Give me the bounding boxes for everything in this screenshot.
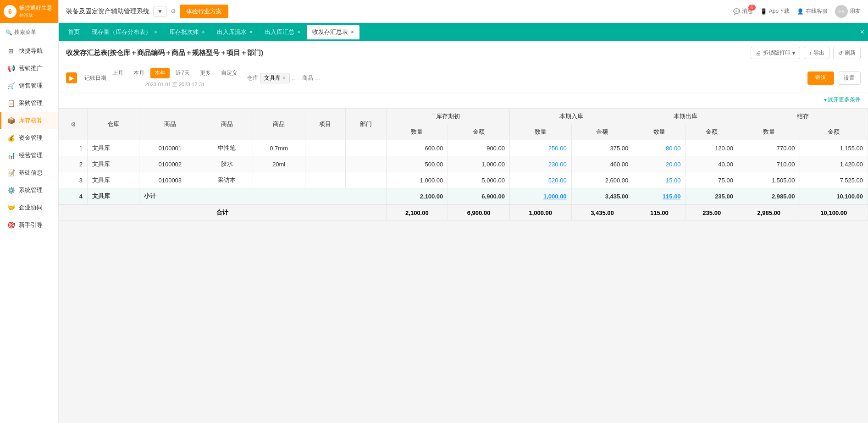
row2-close-qty: 710.00 — [738, 156, 800, 172]
row2-out-qty[interactable]: 20.00 — [633, 156, 686, 172]
filter-row2: ▾ 展开更多条件 — [59, 93, 868, 108]
sidebar-item-label: 营销推广 — [19, 64, 43, 72]
row1-open-amt: 900.00 — [448, 140, 510, 156]
col-in-header: 本期入库 — [509, 109, 633, 125]
sidebar-item-system[interactable]: ⚙️ 系统管理 — [0, 181, 58, 199]
sidebar-item-finance[interactable]: 💰 资金管理 — [0, 129, 58, 147]
row1-in-qty[interactable]: 250.00 — [509, 140, 571, 156]
tab-stock-dist[interactable]: 现存量（库存分布表） × — [86, 25, 163, 39]
tab-recv-send-close[interactable]: × — [351, 29, 354, 35]
newbie-icon: 🎯 — [7, 221, 15, 229]
page: 收发存汇总表(按仓库＋商品编码＋商品＋规格型号＋项目＋部门) 🖨 拆锁版打印 ▾… — [59, 41, 868, 221]
tab-batch-close[interactable]: × — [202, 29, 205, 35]
row2-out-amt: 40.00 — [686, 156, 738, 172]
date-filter-group: 记账日期 上月 本月 本年 近7天 更多 自定义 2023-01-01 至 20… — [84, 68, 242, 88]
col-closing-header: 结存 — [738, 109, 868, 125]
tab-recv-send[interactable]: 收发存汇总表 × — [307, 25, 359, 39]
sidebar-item-purchase[interactable]: 📋 采购管理 — [0, 94, 58, 112]
page-title: 收发存汇总表(按仓库＋商品编码＋商品＋规格型号＋项目＋部门) — [66, 49, 263, 57]
row1-goods-spec: 0.7mm — [253, 140, 305, 156]
goods-ellipsis[interactable]: ... — [315, 74, 321, 82]
trial-button[interactable]: 体验行业方案 — [180, 5, 228, 18]
search-icon: 🔍 — [6, 29, 12, 36]
sidebar-item-basic[interactable]: 📝 基础信息 — [0, 164, 58, 181]
sidebar-item-marketing[interactable]: 📢 营销推广 — [0, 60, 58, 77]
more-date-btn[interactable]: 更多 — [196, 68, 215, 78]
tab-stock-dist-close[interactable]: × — [154, 29, 157, 35]
total-in-qty: 1,000.00 — [509, 204, 571, 221]
row3-goods-name: 采访本 — [201, 172, 253, 188]
sidebar-item-inventory[interactable]: 📦 库存核算 — [0, 112, 58, 129]
sidebar-item-sales[interactable]: 🛒 销售管理 — [0, 77, 58, 94]
tab-in-out-flow[interactable]: 出入库流水 × — [211, 25, 258, 39]
warehouse-ellipsis[interactable]: ... — [292, 74, 297, 82]
tab-batch[interactable]: 库存批次账 × — [164, 25, 210, 39]
total-in-amt: 3,435.00 — [571, 204, 633, 221]
sidebar-item-label: 销售管理 — [19, 82, 43, 90]
tab-in-out-flow-close[interactable]: × — [249, 29, 253, 35]
date-filters: 上月 本月 本年 近7天 更多 自定义 2023-01-01 至 2023-12… — [108, 68, 242, 88]
sidebar-item-newbie[interactable]: 🎯 新手引导 — [0, 216, 58, 234]
service-icon: 👤 — [797, 8, 804, 15]
logo-icon: 6 — [4, 5, 17, 18]
row3-in-qty[interactable]: 520.00 — [509, 172, 571, 188]
row1-out-qty[interactable]: 80.00 — [633, 140, 686, 156]
custom-date-btn[interactable]: 自定义 — [217, 68, 242, 78]
row1-goods-name: 中性笔 — [201, 140, 253, 156]
subtotal-label: 小计 — [139, 188, 386, 205]
system-dropdown-label: ▼ — [157, 8, 163, 15]
sidebar-item-label: 库存核算 — [19, 116, 43, 125]
search-menu-button[interactable]: 🔍 搜索菜单 — [4, 27, 55, 38]
operation-icon: 📊 — [7, 152, 15, 159]
row2-project — [305, 156, 345, 172]
export-button[interactable]: ↑ 导出 — [804, 47, 829, 59]
print-button[interactable]: 🖨 拆锁版打印 ▾ — [751, 47, 800, 59]
refresh-icon: ↺ — [838, 50, 843, 56]
row1-goods-code: 0100001 — [139, 140, 201, 156]
sidebar-item-enterprise[interactable]: 🤝 企业协同 — [0, 199, 58, 216]
subtotal-out-qty[interactable]: 115.00 — [633, 188, 686, 205]
expand-more-button[interactable]: ▾ 展开更多条件 — [824, 96, 861, 104]
avatar: Ea — [835, 5, 848, 18]
notification-item[interactable]: 💬 消息 6 — [733, 7, 753, 15]
last-7-btn[interactable]: 近7天 — [171, 68, 194, 78]
row2-no: 2 — [59, 156, 88, 172]
tab-in-out-summary-close[interactable]: × — [297, 29, 300, 35]
sidebar-nav: ⊞ 快捷导航 📢 营销推广 🛒 销售管理 📋 采购管理 📦 库存核算 💰 资金管… — [0, 42, 58, 423]
query-button[interactable]: 查询 — [807, 71, 834, 85]
col-settings-header[interactable]: ⚙ — [59, 109, 88, 140]
prev-month-btn[interactable]: 上月 — [108, 68, 127, 78]
sidebar-logo: 6 畅捷通好生意 标准版 — [0, 0, 58, 23]
settings-gear-icon[interactable]: ⚙ — [171, 8, 176, 15]
tab-home[interactable]: 首页 — [62, 25, 85, 39]
refresh-button[interactable]: ↺ 刷新 — [833, 47, 861, 59]
row1-project — [305, 140, 345, 156]
col-warehouse-header: 仓库 — [88, 109, 139, 140]
online-service-item[interactable]: 👤 在线客服 — [797, 7, 828, 15]
this-month-btn[interactable]: 本月 — [129, 68, 149, 78]
row3-out-qty[interactable]: 15.00 — [633, 172, 686, 188]
goods-filter-group: 商品 ... — [302, 74, 321, 82]
system-dropdown[interactable]: ▼ — [153, 6, 167, 17]
warehouse-tag-close[interactable]: × — [282, 75, 286, 81]
app-download-item[interactable]: 📱 App下载 — [760, 7, 790, 15]
setting-button[interactable]: 设置 — [838, 71, 861, 85]
closing-amt-header: 金额 — [800, 124, 868, 140]
expand-more-icon: ▾ — [824, 97, 827, 103]
table-row: 2 文具库 0100002 胶水 20ml 500.00 1,000.00 23… — [59, 156, 868, 172]
filter-expand-button[interactable]: ▶ — [66, 72, 77, 83]
total-row: 合计 2,100.00 6,900.00 1,000.00 3,435.00 1… — [59, 204, 868, 221]
row2-in-qty[interactable]: 230.00 — [509, 156, 571, 172]
close-all-tabs-button[interactable]: × — [860, 28, 864, 36]
this-year-btn[interactable]: 本年 — [150, 68, 170, 78]
sidebar-item-quick-nav[interactable]: ⊞ 快捷导航 — [0, 42, 58, 60]
sidebar-item-operation[interactable]: 📊 经营管理 — [0, 147, 58, 164]
logo-text: 畅捷通好生意 — [19, 5, 52, 12]
row3-out-amt: 75.00 — [686, 172, 738, 188]
tab-in-out-summary[interactable]: 出入库汇总 × — [259, 25, 306, 39]
filter-bar: ▶ 记账日期 上月 本月 本年 近7天 更多 自定义 — [59, 63, 868, 93]
user-item[interactable]: Ea 用友 — [835, 5, 861, 18]
tab-in-out-flow-label: 出入库流水 — [217, 28, 247, 36]
sidebar-item-label: 资金管理 — [19, 134, 43, 142]
subtotal-in-qty[interactable]: 1,000.00 — [509, 188, 571, 205]
